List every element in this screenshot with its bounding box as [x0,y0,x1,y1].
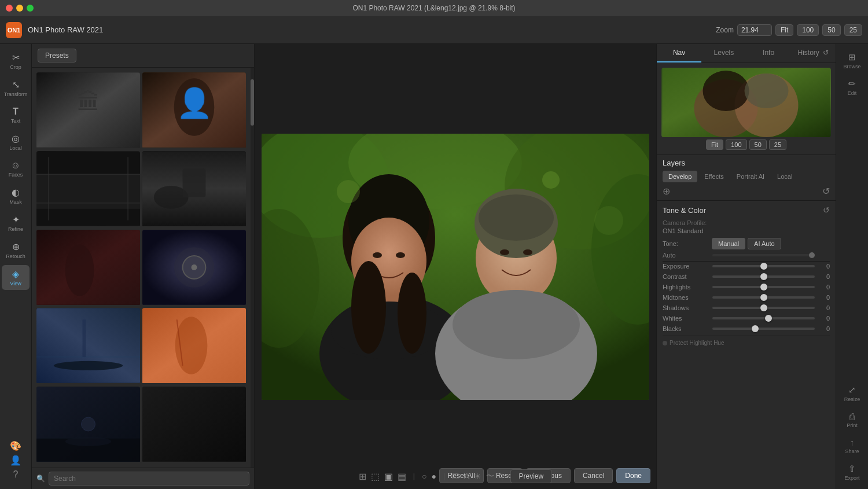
auto-slider-thumb[interactable] [809,252,815,258]
zoom-25-button[interactable]: 25 [844,24,862,36]
preset-bw-alternative[interactable]: 🏛 B&W Alternative [36,72,140,149]
sun-icon[interactable]: ☀ [474,472,481,481]
tab-nav[interactable]: Nav [657,44,701,62]
contrast-track[interactable] [712,275,815,278]
text-overlay-icon[interactable]: A [464,472,469,481]
share-tool[interactable]: ↑ Share [838,434,867,458]
tool-crop[interactable]: ✂ Crop [2,49,30,73]
tone-buttons: Manual AI Auto [712,238,781,249]
tool-local[interactable]: ◎ Local [2,130,30,155]
user-icon[interactable]: 👤 [10,455,21,466]
print-tool[interactable]: ⎙ Print [838,408,867,432]
nav-fit-button[interactable]: Fit [706,139,723,150]
circle-filled-icon[interactable]: ● [431,472,436,481]
layer-tab-develop[interactable]: Develop [663,171,697,182]
tool-mask[interactable]: ◐ Mask [2,183,30,208]
window-title: ON1 Photo RAW 2021 (L&leng12.jpg @ 21.9%… [352,4,515,12]
layer-tab-portrait-ai[interactable]: Portrait AI [731,171,770,182]
photo-image [262,134,649,400]
blacks-track[interactable] [712,328,815,330]
svg-point-70 [703,71,749,111]
layer-reset-icon[interactable]: ↺ [822,186,830,197]
nav-100-button[interactable]: 100 [726,139,746,150]
exposure-thumb[interactable] [760,263,767,270]
tool-view[interactable]: ◈ View [2,265,30,290]
preset-last2[interactable] [142,387,246,463]
preset-preview-svg-colortwist [142,308,246,383]
checkbox-icon[interactable]: ☐ [452,472,459,481]
contrast-thumb[interactable] [760,273,767,280]
highlights-track[interactable] [712,286,815,288]
preset-color-twist[interactable]: Color Twist [142,308,246,384]
presets-scrollbar-thumb[interactable] [251,79,254,126]
done-button[interactable]: Done [616,468,650,483]
shadows-track[interactable] [712,307,815,309]
tool-faces[interactable]: ☺ Faces [2,157,30,181]
blacks-value: 0 [818,325,830,332]
layout-icon-3[interactable]: ▣ [384,471,393,482]
presets-scrollbar[interactable] [251,68,254,468]
tone-auto-button[interactable]: AI Auto [748,238,781,249]
preset-cinema[interactable]: Cinema [36,230,140,306]
whites-track[interactable] [712,317,815,319]
layer-add-icon[interactable]: ⊕ [663,186,670,197]
export-tool[interactable]: ⇧ Export [838,460,867,484]
preset-color-grade[interactable]: Color Grade [36,308,140,384]
help-icon[interactable]: ? [13,469,19,480]
edit-tool[interactable]: ✏ Edit [838,75,867,100]
auto-slider-track[interactable] [712,254,815,256]
layer-tab-effects[interactable]: Effects [698,171,729,182]
tone-reset-icon[interactable]: ↺ [823,205,830,215]
exposure-track[interactable] [712,265,815,267]
layout-icon-1[interactable]: ⊞ [359,471,366,482]
layout-icon-2[interactable]: ⬚ [371,471,380,482]
presets-button[interactable]: Presets [38,49,76,62]
layers-title: Layers [663,159,830,167]
highlights-thumb[interactable] [760,284,767,291]
zoom-input[interactable] [737,24,772,36]
protect-dot[interactable] [663,341,667,345]
preset-bw-faded[interactable]: 👤 B&W Faded & Matte [142,72,246,149]
maximize-button[interactable] [27,5,34,12]
nav-25-button[interactable]: 25 [769,139,786,150]
divider-2 [663,336,830,336]
preset-bw-films[interactable]: B&W Films [36,151,140,227]
close-button[interactable] [6,5,13,12]
blacks-thumb[interactable] [752,325,759,332]
preset-label-color-grade: Color Grade [36,383,140,384]
nav-50-button[interactable]: 50 [749,139,767,150]
midtones-thumb[interactable] [760,294,767,301]
tab-levels[interactable]: Levels [701,44,746,62]
color-picker-icon[interactable]: 🎨 [10,440,21,451]
circle-empty-icon[interactable]: ○ [422,472,426,481]
browse-tool[interactable]: ⊞ Browse [838,49,867,73]
bottom-icons: ⊞ ⬚ ▣ ▤ | ○ ● | ☐ A ☀ 〜 | Preview [359,469,552,483]
nav-tabs: Nav Levels Info History ↺ [657,44,836,63]
tab-history[interactable]: History ↺ [791,44,836,62]
print-icon: ⎙ [849,411,855,421]
shadows-thumb[interactable] [760,304,767,311]
midtones-track[interactable] [712,296,815,299]
preset-bw-modern[interactable]: B&W Modern [142,151,246,227]
layout-icon-4[interactable]: ▤ [398,471,406,482]
preset-color-film[interactable]: Color Film [142,230,246,306]
tool-refine[interactable]: ✦ Refine [2,211,30,236]
minimize-button[interactable] [16,5,23,12]
search-input[interactable] [49,472,249,486]
tool-transform[interactable]: ⤡ Transform [2,76,30,101]
preset-label-color-film: Color Film [142,305,246,306]
tone-manual-button[interactable]: Manual [712,238,745,249]
zoom-fit-button[interactable]: Fit [775,24,793,36]
tool-text[interactable]: T Text [2,103,30,127]
whites-thumb[interactable] [765,315,772,322]
zoom-100-button[interactable]: 100 [797,24,819,36]
cancel-button[interactable]: Cancel [574,468,613,483]
tool-retouch[interactable]: ⊕ Retouch [2,238,30,263]
resize-tool[interactable]: ⤢ Resize [838,381,867,406]
tab-info[interactable]: Info [746,44,791,62]
preview-button[interactable]: Preview [510,469,552,483]
zoom-50-button[interactable]: 50 [822,24,840,36]
layer-tab-local[interactable]: Local [771,171,798,182]
preset-last1[interactable] [36,387,140,463]
wave-icon[interactable]: 〜 [486,471,494,481]
